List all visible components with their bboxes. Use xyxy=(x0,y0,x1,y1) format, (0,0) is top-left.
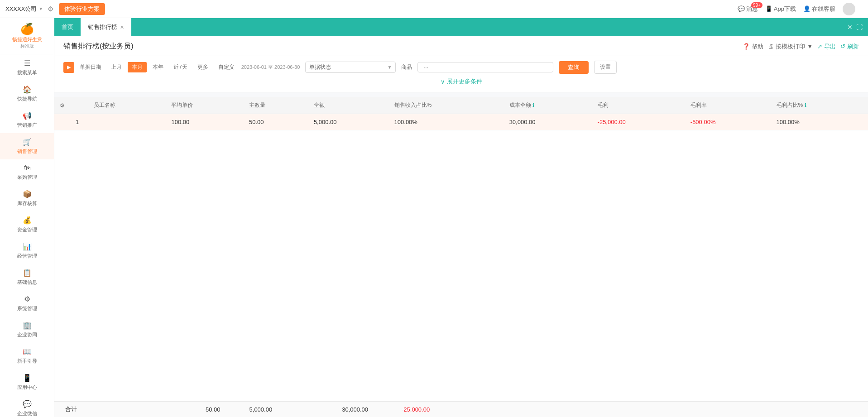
appstore-icon: 📱 xyxy=(23,374,32,382)
date-tabs: 上月 本月 本年 近7天 更多 自定义 2023-06-01 至 2023-06… xyxy=(107,62,300,72)
finance-icon: 💰 xyxy=(23,216,32,225)
help-btn[interactable]: ❓ 帮助 xyxy=(743,43,763,51)
goods-select[interactable]: ··· xyxy=(417,62,553,72)
sidebar-item-finance[interactable]: 💰 资金管理 xyxy=(0,211,54,238)
app-icon: 📱 xyxy=(765,5,772,12)
company-selector[interactable]: XXXXX公司 ▼ xyxy=(5,5,43,13)
col-header-rank xyxy=(70,97,88,114)
company-chevron-icon: ▼ xyxy=(38,6,43,11)
sidebar-item-enterprise[interactable]: 🏢 企业协同 xyxy=(0,316,54,343)
sidebar-item-wechat[interactable]: 💬 企业微信 xyxy=(0,395,54,417)
tab-bar: 首页 销售排行榜 ✕ ✕ ⛶ xyxy=(54,18,868,36)
company-settings-icon[interactable]: ⚙ xyxy=(48,5,53,13)
status-select[interactable]: 单据状态 ▼ xyxy=(305,62,396,73)
sidebar-item-sales[interactable]: 🛒 销售管理 xyxy=(0,133,54,159)
date-tab-current-month[interactable]: 本月 xyxy=(128,62,147,72)
table-wrapper: ⚙ 员工名称 平均单价 主数量 全额 销售收入占比% 成本全额 ℹ 毛利 毛利率… xyxy=(54,97,868,401)
settings-filter-btn[interactable]: 设置 xyxy=(594,61,617,74)
message-icon: 💬 xyxy=(738,5,745,12)
col-header-profit: 毛利 xyxy=(592,97,685,114)
date-tab-more[interactable]: 更多 xyxy=(193,62,212,72)
tab-close-all-icon[interactable]: ✕ xyxy=(847,24,853,31)
footer-profit: -25,000.00 xyxy=(396,406,435,413)
top-bar: XXXXX公司 ▼ ⚙ 体验行业方案 💬 消息 99+ 📱 App下载 👤 在线… xyxy=(0,0,868,18)
print-icon: 🖨 xyxy=(768,43,774,50)
footer-cost: 30,000.00 xyxy=(336,406,374,413)
sidebar-item-label: 库存核算 xyxy=(17,200,37,207)
date-tab-current-year[interactable]: 本年 xyxy=(149,62,168,72)
sidebar-item-search[interactable]: ☰ 搜索菜单 xyxy=(0,54,54,81)
export-label: 导出 xyxy=(824,43,836,51)
page-title: 销售排行榜(按业务员) xyxy=(63,42,134,51)
expand-more-label: 展开更多条件 xyxy=(447,77,482,86)
page-content: 销售排行榜(按业务员) ❓ 帮助 🖨 按模板打印 ▼ ↗ xyxy=(54,36,868,417)
expand-arrow-icon: ▶ xyxy=(67,64,71,70)
sidebar-item-label: 搜索菜单 xyxy=(17,69,37,76)
sidebar-logo: 🍊 畅捷通好生意 标准版 xyxy=(0,18,54,54)
sidebar-item-inventory[interactable]: 📦 库存核算 xyxy=(0,185,54,211)
footer-amount: 5,000.00 xyxy=(244,406,278,413)
sidebar-item-label: 应用中心 xyxy=(17,384,37,391)
tab-close-icon[interactable]: ✕ xyxy=(120,24,124,30)
app-download-btn[interactable]: 📱 App下载 xyxy=(765,5,796,13)
filter-expand-btn[interactable]: ▶ xyxy=(63,62,74,73)
sidebar-item-operation[interactable]: 📊 经营管理 xyxy=(0,238,54,264)
col-header-avg-price: 平均单价 xyxy=(166,97,243,114)
online-service-btn[interactable]: 👤 在线客服 xyxy=(803,5,835,13)
service-icon: 👤 xyxy=(803,5,810,12)
date-tab-prev-month[interactable]: 上月 xyxy=(107,62,126,72)
sidebar-item-newbie[interactable]: 📖 新手引导 xyxy=(0,343,54,369)
tab-sales-rank[interactable]: 销售排行榜 ✕ xyxy=(81,18,131,36)
sidebar-item-quick-nav[interactable]: 🏠 快捷导航 xyxy=(0,81,54,107)
cost-info-icon: ℹ xyxy=(532,102,534,108)
avatar[interactable] xyxy=(843,3,855,15)
refresh-icon: ↺ xyxy=(840,43,845,50)
row-rank: 1 xyxy=(70,114,88,130)
col-header-profit-pct: 毛利占比% ℹ xyxy=(771,97,868,114)
sales-icon: 🛒 xyxy=(23,138,32,146)
tab-restore-icon[interactable]: ⛶ xyxy=(856,24,863,31)
row-qty: 50.00 xyxy=(244,114,308,130)
service-label: 在线客服 xyxy=(812,5,835,13)
filter-bar: ▶ 单据日期 上月 本月 本年 近7天 更多 自定义 2023-06-01 至 … xyxy=(54,56,868,92)
logo-icon: 🍊 xyxy=(20,23,34,35)
page-actions: ❓ 帮助 🖨 按模板打印 ▼ ↗ 导出 ↺ xyxy=(743,43,859,51)
profit-pct-info-icon: ℹ xyxy=(805,102,806,108)
expand-more-btn[interactable]: ∨ 展开更多条件 xyxy=(63,74,859,87)
print-btn[interactable]: 🖨 按模板打印 ▼ xyxy=(768,43,813,51)
sidebar-item-appstore[interactable]: 📱 应用中心 xyxy=(0,369,54,395)
trial-btn[interactable]: 体验行业方案 xyxy=(59,3,105,15)
sidebar-item-label: 采购管理 xyxy=(17,174,37,181)
footer-label: 合计 xyxy=(60,405,82,413)
sidebar-item-purchase[interactable]: 🛍 采购管理 xyxy=(0,159,54,185)
filter-row-1: ▶ 单据日期 上月 本月 本年 近7天 更多 自定义 2023-06-01 至 … xyxy=(63,61,859,74)
purchase-icon: 🛍 xyxy=(24,164,31,172)
row-name xyxy=(88,114,166,130)
col-header-settings[interactable]: ⚙ xyxy=(54,97,70,114)
inventory-icon: 📦 xyxy=(23,190,32,198)
tab-home[interactable]: 首页 xyxy=(54,18,81,36)
refresh-btn[interactable]: ↺ 刷新 xyxy=(840,43,859,51)
date-tab-7days[interactable]: 近7天 xyxy=(169,62,192,72)
sidebar-item-basic[interactable]: 📋 基础信息 xyxy=(0,264,54,290)
print-label: 按模板打印 xyxy=(776,43,805,51)
logo-name: 畅捷通好生意 xyxy=(12,36,42,43)
tab-home-label: 首页 xyxy=(62,23,73,31)
message-btn[interactable]: 💬 消息 99+ xyxy=(738,5,758,13)
sidebar-item-label: 系统管理 xyxy=(17,305,37,312)
sidebar: 🍊 畅捷通好生意 标准版 ☰ 搜索菜单 🏠 快捷导航 📢 营销推广 🛒 销售管理… xyxy=(0,18,54,417)
marketing-icon: 📢 xyxy=(23,111,32,120)
date-tab-custom[interactable]: 自定义 xyxy=(214,62,239,72)
sidebar-item-label: 企业协同 xyxy=(17,331,37,338)
sidebar-item-system[interactable]: ⚙ 系统管理 xyxy=(0,290,54,316)
export-btn[interactable]: ↗ 导出 xyxy=(817,43,836,51)
sidebar-item-marketing[interactable]: 📢 营销推广 xyxy=(0,107,54,133)
sidebar-item-label: 新手引导 xyxy=(17,358,37,364)
operation-icon: 📊 xyxy=(23,242,32,251)
sidebar-item-label: 销售管理 xyxy=(17,148,37,155)
query-btn[interactable]: 查询 xyxy=(559,61,589,74)
goods-more-icon: ··· xyxy=(423,64,428,71)
row-profit-rate: -500.00% xyxy=(685,114,771,130)
search-menu-icon: ☰ xyxy=(24,59,30,67)
row-avg-price: 100.00 xyxy=(166,114,243,130)
